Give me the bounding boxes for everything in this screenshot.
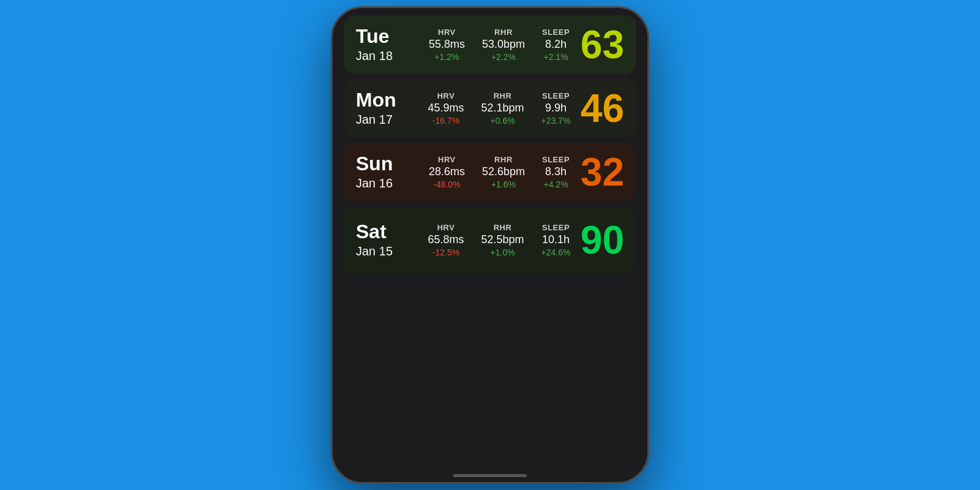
date-section-sat: Sat Jan 15 [356,221,423,258]
day-date-mon: Jan 17 [356,111,423,127]
day-name-sun: Sun [356,153,423,175]
metrics-tue: HRV 55.8ms +1.2% RHR 53.0bpm +2.2% SLEEP… [423,28,575,62]
hrv-change-mon: -16.7% [432,116,459,126]
sleep-label-tue: SLEEP [542,28,570,37]
score-mon: 46 [581,89,624,128]
sleep-col-tue: SLEEP 8.2h +2.1% [542,28,570,62]
score-section-sun: 32 [575,153,624,192]
sleep-value-sat: 10.1h [542,233,570,246]
rhr-label-mon: RHR [494,91,512,100]
date-section-mon: Mon Jan 17 [356,89,423,127]
hrv-label-tue: HRV [438,28,456,37]
day-name-tue: Tue [356,26,423,47]
score-tue: 63 [581,25,624,64]
hrv-label-sun: HRV [438,155,456,164]
hrv-change-sat: -12.5% [432,247,459,257]
day-date-sat: Jan 15 [356,243,423,259]
rhr-value-tue: 53.0bpm [482,38,525,51]
hrv-value-mon: 45.9ms [428,102,464,115]
day-card-sat[interactable]: Sat Jan 15 HRV 65.8ms -12.5% RHR 52.5bpm… [344,206,636,274]
sleep-label-sat: SLEEP [542,223,570,232]
metrics-sat: HRV 65.8ms -12.5% RHR 52.5bpm +1.0% SLEE… [423,223,575,257]
sleep-value-mon: 9.9h [545,102,567,115]
score-sat: 90 [581,221,624,260]
home-indicator[interactable] [453,474,527,477]
hrv-label-sat: HRV [437,223,455,232]
rhr-value-sat: 52.5bpm [481,233,524,246]
hrv-change-tue: +1.2% [434,52,459,62]
sleep-change-mon: +23.7% [541,116,571,126]
score-section-sat: 90 [575,221,624,260]
hrv-col-tue: HRV 55.8ms +1.2% [429,28,465,62]
score-section-tue: 63 [575,25,624,64]
hrv-col-mon: HRV 45.9ms -16.7% [428,91,464,126]
day-name-mon: Mon [356,89,423,111]
rhr-label-sun: RHR [494,155,513,164]
date-section-sun: Sun Jan 16 [356,153,423,190]
hrv-value-sun: 28.6ms [429,165,465,178]
rhr-value-mon: 52.1bpm [481,102,524,115]
rhr-col-mon: RHR 52.1bpm +0.6% [481,91,524,126]
rhr-label-tue: RHR [494,28,513,37]
metrics-mon: HRV 45.9ms -16.7% RHR 52.1bpm +0.6% SLEE… [423,91,575,126]
day-card-mon[interactable]: Mon Jan 17 HRV 45.9ms -16.7% RHR 52.1bpm… [344,79,636,138]
date-section-tue: Tue Jan 18 [356,26,423,63]
rhr-col-tue: RHR 53.0bpm +2.2% [482,28,525,62]
score-section-mon: 46 [575,89,624,128]
day-card-sun[interactable]: Sun Jan 16 HRV 28.6ms -48.0% RHR 52.6bpm… [344,143,636,202]
sleep-col-sun: SLEEP 8.3h +4.2% [542,155,570,189]
sleep-col-sat: SLEEP 10.1h +24.6% [541,223,571,257]
hrv-col-sun: HRV 28.6ms -48.0% [429,155,465,189]
sleep-change-sun: +4.2% [544,179,568,189]
rhr-value-sun: 52.6bpm [482,165,525,178]
sleep-label-sun: SLEEP [542,155,570,164]
rhr-col-sat: RHR 52.5bpm +1.0% [481,223,524,257]
hrv-change-sun: -48.0% [433,179,460,189]
rhr-change-mon: +0.6% [491,116,515,126]
day-date-sun: Jan 16 [356,175,423,191]
score-sun: 32 [581,153,624,192]
sleep-label-mon: SLEEP [542,91,570,100]
sleep-col-mon: SLEEP 9.9h +23.7% [541,91,571,126]
phone-screen: Tue Jan 18 HRV 55.8ms +1.2% RHR 53.0bpm … [333,8,647,482]
sleep-change-tue: +2.1% [544,52,568,62]
rhr-label-sat: RHR [494,223,512,232]
rhr-change-sun: +1.6% [491,179,516,189]
sleep-value-tue: 8.2h [545,38,567,51]
day-name-sat: Sat [356,221,423,243]
hrv-col-sat: HRV 65.8ms -12.5% [428,223,464,257]
rhr-change-tue: +2.2% [491,52,516,62]
hrv-value-tue: 55.8ms [429,38,465,51]
rhr-col-sun: RHR 52.6bpm +1.6% [482,155,525,189]
rhr-change-sat: +1.0% [491,247,515,257]
metrics-sun: HRV 28.6ms -48.0% RHR 52.6bpm +1.6% SLEE… [423,155,575,189]
hrv-label-mon: HRV [437,91,455,100]
hrv-value-sat: 65.8ms [428,233,464,246]
sleep-change-sat: +24.6% [541,247,571,257]
phone-frame: Tue Jan 18 HRV 55.8ms +1.2% RHR 53.0bpm … [331,6,649,484]
day-date-tue: Jan 18 [356,48,423,64]
day-card-tue[interactable]: Tue Jan 18 HRV 55.8ms +1.2% RHR 53.0bpm … [344,15,636,74]
sleep-value-sun: 8.3h [545,165,567,178]
